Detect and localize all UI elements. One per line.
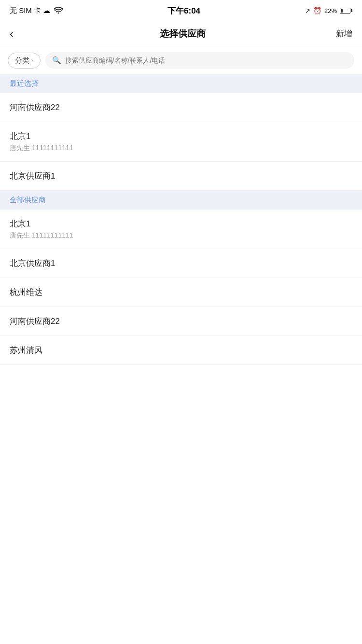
list-item[interactable]: 北京1唐先生 11111111111 (0, 210, 362, 249)
status-time: 下午6:04 (167, 5, 200, 16)
item-sub: 唐先生 11111111111 (10, 231, 352, 240)
item-name: 北京1 (10, 218, 352, 229)
item-name: 河南供应商22 (10, 316, 352, 327)
list-item[interactable]: 杭州维达 (0, 278, 362, 307)
wifi-icon (54, 7, 63, 15)
location-icon: ↗ (305, 7, 310, 14)
filter-bar: 分类 › 🔍 (0, 46, 362, 74)
chevron-right-icon: › (31, 57, 33, 63)
battery-icon (340, 8, 352, 14)
search-icon: 🔍 (52, 56, 61, 65)
back-button[interactable]: ‹ (10, 27, 29, 41)
recent-section-header: 最近选择 (0, 74, 362, 93)
item-name: 北京供应商1 (10, 170, 352, 182)
battery-percent: 22% (324, 7, 337, 14)
list-item[interactable]: 北京1唐先生 11111111111 (0, 122, 362, 162)
status-bar: 无 SIM 卡 ☁ 下午6:04 ↗ ⏰ 22% (0, 0, 362, 21)
item-sub: 唐先生 11111111111 (10, 144, 352, 153)
search-box: 🔍 (45, 52, 354, 69)
sim-status: 无 SIM 卡 ☁ (10, 6, 50, 15)
status-right: ↗ ⏰ 22% (305, 7, 352, 14)
item-name: 河南供应商22 (10, 102, 352, 113)
list-item[interactable]: 北京供应商1 (0, 162, 362, 191)
list-item[interactable]: 河南供应商22 (0, 93, 362, 122)
list-item[interactable]: 苏州清风 (0, 336, 362, 365)
all-section-header: 全部供应商 (0, 191, 362, 210)
category-button[interactable]: 分类 › (8, 53, 41, 69)
item-name: 北京供应商1 (10, 258, 352, 269)
nav-bar: ‹ 选择供应商 新增 (0, 21, 362, 46)
recent-items-list: 河南供应商22北京1唐先生 11111111111北京供应商1 (0, 93, 362, 191)
status-left: 无 SIM 卡 ☁ (10, 6, 63, 15)
all-items-list: 北京1唐先生 11111111111北京供应商1杭州维达河南供应商22苏州清风 (0, 210, 362, 365)
list-item[interactable]: 河南供应商22 (0, 307, 362, 336)
page-title: 选择供应商 (160, 28, 206, 40)
alarm-icon: ⏰ (313, 7, 321, 14)
item-name: 北京1 (10, 131, 352, 142)
category-label: 分类 (15, 56, 29, 65)
list-item[interactable]: 北京供应商1 (0, 249, 362, 278)
item-name: 杭州维达 (10, 287, 352, 298)
add-button[interactable]: 新增 (336, 28, 352, 39)
search-input[interactable] (65, 56, 348, 64)
item-name: 苏州清风 (10, 345, 352, 356)
